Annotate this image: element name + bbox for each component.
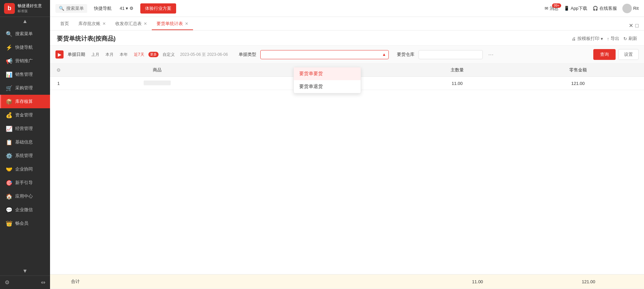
export-label: 导出 [611, 36, 619, 42]
sidebar-item-enterprise[interactable]: 🤝 企业协同 [0, 162, 50, 176]
sidebar-item-inventory[interactable]: 📦 库存核算 [0, 95, 50, 108]
more-filters-btn[interactable]: ⋯ [488, 51, 494, 58]
footer-label: 合计 [67, 274, 289, 289]
app-download-icon: 📱 [564, 6, 569, 11]
purchase-icon: 🛒 [6, 85, 13, 91]
tab-home[interactable]: 首页 [55, 18, 74, 30]
sidebar-item-member[interactable]: 👑 畅会员 [0, 217, 50, 230]
scroll-down-btn[interactable]: ▼ [0, 267, 50, 275]
tab-batch-account-close[interactable]: ✕ [102, 21, 106, 26]
service-icon: 🎧 [593, 6, 598, 11]
tab-demand-stat[interactable]: 要货单统计表 ✕ [152, 18, 193, 30]
tab-collect-summary[interactable]: 收发存汇总表 ✕ [111, 18, 152, 30]
app-logo: b 畅捷通好生意 标准版 [0, 0, 50, 17]
date-btn-last-month[interactable]: 上月 [89, 51, 101, 59]
sidebar-item-label: 快捷导航 [15, 44, 33, 50]
more-badge[interactable]: 更多 [148, 52, 159, 57]
footer-unit-empty [289, 274, 422, 289]
sidebar-item-app-center[interactable]: 🏠 应用中心 [0, 190, 50, 203]
finance-icon: 💰 [6, 112, 13, 118]
sidebar-item-search[interactable]: 🔍 搜索菜单 [0, 27, 50, 41]
sidebar-item-system[interactable]: ⚙️ 系统管理 [0, 149, 50, 162]
product-placeholder [144, 81, 171, 85]
print-btn[interactable]: 🖨 按模板打印 ▾ [572, 36, 603, 42]
col-amount-header: 零售金额 [512, 64, 644, 77]
sidebar-item-label: 基础信息 [15, 139, 33, 145]
sidebar-item-label: 畅会员 [15, 220, 28, 226]
tab-collect-summary-close[interactable]: ✕ [144, 21, 147, 26]
warehouse-filter-label: 要货仓库 [397, 51, 414, 58]
export-icon: ↑ [607, 36, 610, 41]
footer-amount: 121.00 [533, 274, 644, 289]
dropdown-item-demand-goods[interactable]: 要货单要货 [294, 67, 361, 80]
sidebar-item-wechat[interactable]: 💬 企业微信 [0, 203, 50, 217]
topbar: 🔍 搜索菜单 快捷导航 41 ▾ ⚙ 体验行业方案 ✉ 消息 99+ [50, 0, 644, 17]
date-btn-custom[interactable]: 自定义 [161, 51, 177, 59]
close-window-btn[interactable]: ✕ [629, 22, 633, 29]
page-header: 要货单统计表(按商品) 🖨 按模板打印 ▾ ↑ 导出 ↻ 刷新 [50, 30, 644, 46]
sidebar-item-basic[interactable]: 📋 基础信息 [0, 135, 50, 149]
tab-demand-stat-close[interactable]: ✕ [185, 21, 188, 26]
topbar-nav: 快捷导航 41 ▾ ⚙ [91, 4, 136, 13]
sidebar-item-label: 销售管理 [15, 71, 33, 77]
filter-expand-btn[interactable]: ▶ [55, 50, 64, 59]
sidebar-item-finance[interactable]: 💰 资金管理 [0, 108, 50, 122]
sidebar-item-quick-nav[interactable]: ⚡ 快捷导航 [0, 41, 50, 54]
tab-collect-summary-label: 收发存汇总表 [115, 21, 142, 27]
basic-icon: 📋 [6, 139, 13, 146]
user-avatar-area[interactable]: Rit [622, 4, 639, 13]
type-select-container: ▲ [260, 50, 389, 59]
dropdown-item-demand-return[interactable]: 要货单退货 [294, 80, 361, 93]
tab-batch-account-label: 库存批次账 [78, 21, 100, 27]
tab-batch-account[interactable]: 库存批次账 ✕ [74, 18, 111, 30]
gear-icon[interactable]: ⚙ [129, 6, 134, 11]
logo-icon: b [4, 3, 15, 14]
topbar-left: 🔍 搜索菜单 快捷导航 41 ▾ ⚙ 体验行业方案 [55, 3, 176, 14]
logo-text-group: 畅捷通好生意 标准版 [18, 3, 42, 14]
date-btn-this-month[interactable]: 本月 [103, 51, 116, 59]
sidebar-item-purchase[interactable]: 🛒 采购管理 [0, 81, 50, 95]
settings-btn[interactable]: 设置 [618, 49, 639, 60]
quick-nav-icon: ⚡ [6, 44, 13, 51]
sidebar-item-sales[interactable]: 📊 销售管理 [0, 68, 50, 81]
app-download-btn[interactable]: 📱 App下载 [564, 5, 587, 12]
query-btn[interactable]: 查询 [593, 49, 616, 60]
export-btn[interactable]: ↑ 导出 [607, 36, 620, 42]
maximize-window-btn[interactable]: □ [635, 23, 639, 29]
refresh-btn[interactable]: ↻ 刷新 [623, 36, 637, 42]
messages-btn[interactable]: ✉ 消息 99+ [545, 5, 558, 12]
enterprise-icon: 🤝 [6, 166, 13, 173]
search-icon: 🔍 [6, 30, 13, 37]
type-select[interactable] [260, 50, 389, 59]
date-btn-this-year[interactable]: 本年 [118, 51, 130, 59]
scroll-up-btn[interactable]: ▲ [0, 17, 50, 26]
menu-search[interactable]: 🔍 搜索菜单 [55, 4, 87, 13]
warehouse-input[interactable] [419, 50, 483, 59]
table-settings-icon[interactable]: ⚙ [56, 67, 61, 73]
sidebar-item-operations[interactable]: 📈 经营管理 [0, 122, 50, 135]
tab-demand-stat-label: 要货单统计表 [157, 21, 183, 27]
nav-item-41[interactable]: 41 ▾ ⚙ [117, 4, 136, 12]
nav-dropdown-icon: ▾ [126, 6, 128, 11]
sidebar-item-marketing[interactable]: 📢 营销推广 [0, 54, 50, 68]
page-content: 要货单统计表(按商品) 🖨 按模板打印 ▾ ↑ 导出 ↻ 刷新 ▶ [50, 30, 644, 289]
page-header-actions: 🖨 按模板打印 ▾ ↑ 导出 ↻ 刷新 [572, 36, 638, 42]
search-placeholder: 搜索菜单 [66, 5, 84, 12]
avatar [622, 4, 632, 13]
sidebar: b 畅捷通好生意 标准版 ▲ 🔍 搜索菜单 ⚡ 快捷导航 📢 营销推广 📊 销售… [0, 0, 50, 289]
quick-nav-btn[interactable]: 快捷导航 [91, 4, 114, 13]
collapse-icon[interactable]: ⇔ [41, 279, 45, 286]
tab-home-label: 首页 [60, 21, 69, 27]
search-icon: 🔍 [59, 6, 64, 11]
date-btn-7days[interactable]: 近7天 [132, 51, 146, 59]
col-product-header: 商品 [67, 64, 248, 77]
col-settings[interactable]: ⚙ [50, 64, 67, 77]
sidebar-footer: ⚙ ⇔ [0, 275, 50, 289]
settings-icon[interactable]: ⚙ [5, 279, 9, 286]
sidebar-item-guide[interactable]: 🎯 新手引导 [0, 176, 50, 190]
online-service-btn[interactable]: 🎧 在线客服 [593, 5, 617, 12]
type-dropdown: 要货单要货 要货单退货 [293, 67, 361, 93]
inventory-icon: 📦 [6, 98, 13, 105]
topbar-right: ✉ 消息 99+ 📱 App下载 🎧 在线客服 Rit [545, 4, 639, 13]
industry-btn[interactable]: 体验行业方案 [140, 3, 176, 14]
